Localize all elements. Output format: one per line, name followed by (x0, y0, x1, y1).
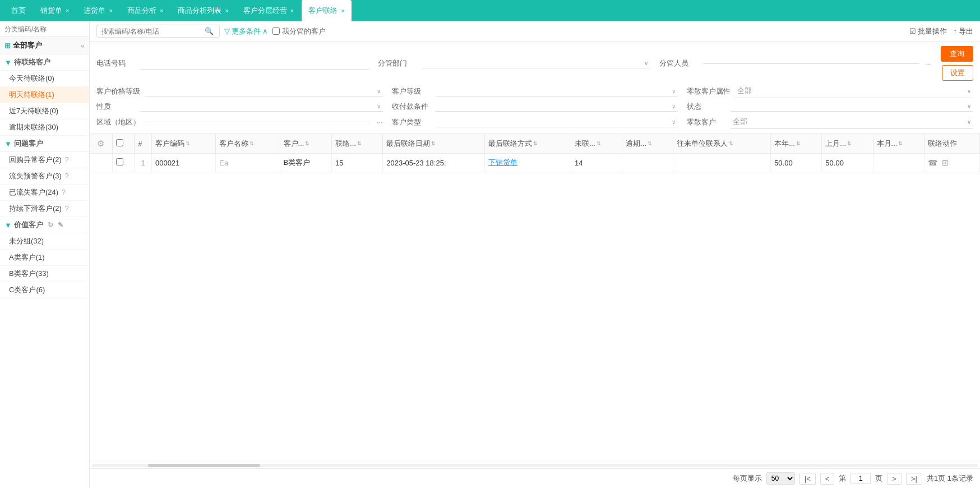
close-purchase-icon[interactable]: × (109, 7, 112, 14)
close-analysis-list-icon[interactable]: × (225, 7, 228, 14)
sidebar-item-churned[interactable]: 已流失客户(24) ? (0, 185, 89, 201)
chevron-down-nature: ∨ (377, 103, 381, 109)
sort-icon-type: ⇅ (305, 141, 309, 146)
scrollbar-thumb[interactable] (148, 464, 260, 467)
select-all-checkbox[interactable] (116, 139, 123, 146)
filter-cell-customer-level: 客户等级 ∨ (392, 86, 678, 96)
col-type[interactable]: 客户...⇅ (280, 134, 331, 154)
page-size-select[interactable]: 50 100 (766, 472, 795, 485)
filter-dots-region[interactable]: ··· (377, 118, 383, 126)
filter-select-customer-level[interactable]: ∨ (436, 86, 678, 96)
close-analysis-icon[interactable]: × (160, 7, 163, 14)
filter-select-nature[interactable]: ∨ (140, 102, 383, 112)
col-contacts[interactable]: 联络...⇅ (332, 134, 383, 154)
last-contact-method-link[interactable]: 下销货单 (488, 158, 517, 167)
horizontal-scrollbar[interactable] (90, 462, 980, 468)
refresh-icon[interactable]: ↻ (48, 221, 53, 229)
nav-home[interactable]: 首页 (4, 0, 33, 21)
table-row: 1 000021 Ea B类客户 15 2023-05-23 18:25: 下销… (90, 154, 980, 172)
filter-select-retail-customer[interactable]: 全部 ∨ (731, 115, 973, 129)
my-customers-checkbox[interactable] (272, 27, 280, 35)
nav-purchase[interactable]: 进货单 × (77, 0, 119, 21)
col-code[interactable]: 客户编码⇅ (151, 134, 215, 154)
pending-group-title[interactable]: ▼ 待联络客户 (0, 54, 89, 71)
sidebar-search-input[interactable] (4, 25, 89, 33)
batch-ops-btn[interactable]: ☑ 批量操作 (909, 26, 947, 36)
sidebar-item-tomorrow-pending[interactable]: 明天待联络(1) (0, 87, 89, 103)
filter-select-dept[interactable]: ∨ (422, 58, 650, 68)
contact-action-icon[interactable]: ☎ (928, 158, 937, 167)
prev-page-btn[interactable]: < (820, 473, 835, 485)
last-page-btn[interactable]: >| (906, 473, 922, 485)
search-icon[interactable]: 🔍 (205, 27, 214, 35)
first-page-btn[interactable]: |< (799, 473, 816, 485)
more-filter-btn[interactable]: ▽ 更多条件 ∧ (224, 26, 268, 36)
sidebar-item-a-class[interactable]: A类客户(1) (0, 250, 89, 266)
filter-select-price-level[interactable]: ∨ (145, 86, 383, 96)
sort-icon-this-year: ⇅ (796, 141, 801, 146)
problem-group-title[interactable]: ▼ 问题客户 (0, 136, 89, 152)
nav-analysis[interactable]: 商品分析 × (121, 0, 170, 21)
sidebar-item-week-pending[interactable]: 近7天待联络(0) (0, 103, 89, 119)
sidebar-item-churn-warning[interactable]: 流失预警客户(3) ? (0, 168, 89, 185)
filter-select-status[interactable]: ∨ (731, 102, 973, 112)
col-gear[interactable]: ⚙ (90, 134, 112, 154)
filter-input-phone[interactable] (140, 58, 369, 70)
page-number-input[interactable] (850, 473, 871, 484)
close-sales-icon[interactable]: × (66, 7, 69, 14)
close-customer-contact-icon[interactable]: × (341, 7, 344, 14)
filter-cell-dept: 分管部门 ∨ (378, 58, 650, 68)
sidebar-item-today-pending[interactable]: 今天待联络(0) (0, 71, 89, 87)
expand-arrow-pending: ▼ (4, 58, 12, 67)
filter-dots-person[interactable]: ··· (926, 59, 932, 68)
col-this-year[interactable]: 本年...⇅ (771, 134, 822, 154)
sidebar: 🔍 ⊞ 全部客户 « ▼ 待联络客户 今天待联络(0) 明天待联络(1) 近7天… (0, 21, 90, 488)
more-action-icon[interactable]: ⊞ (942, 158, 949, 167)
all-customers-header[interactable]: ⊞ 全部客户 « (0, 37, 89, 54)
sidebar-item-ungrouped[interactable]: 未分组(32) (0, 233, 89, 250)
row-checkbox[interactable] (116, 158, 123, 165)
chevron-up-icon: ∧ (262, 27, 268, 35)
edit-icon[interactable]: ✎ (58, 221, 63, 229)
filter-cell-price-level: 客户价格等级 ∨ (96, 86, 383, 96)
sidebar-item-repurchase-abnormal[interactable]: 回购异常客户(2) ? (0, 152, 89, 168)
collapse-icon[interactable]: « (81, 42, 85, 50)
nav-customer-tier[interactable]: 客户分层经营 × (237, 0, 301, 21)
sidebar-item-declining[interactable]: 持续下滑客户(2) ? (0, 201, 89, 217)
btn-group-right: 查询 设置 (941, 46, 973, 81)
value-group-title[interactable]: ▼ 价值客户 ↻ ✎ (0, 217, 89, 233)
col-this-month[interactable]: 本月...⇅ (873, 134, 924, 154)
nav-analysis-list[interactable]: 商品分析列表 × (171, 0, 235, 21)
sort-icon-contacts: ⇅ (357, 141, 362, 146)
filter-select-payment[interactable]: ∨ (436, 102, 678, 112)
query-button[interactable]: 查询 (941, 46, 973, 62)
filter-select-customer-type[interactable]: ∨ (436, 117, 678, 127)
sidebar-item-c-class[interactable]: C类客户(6) (0, 282, 89, 298)
export-btn[interactable]: ↑ 导出 (954, 26, 974, 36)
chevron-down-customer-type: ∨ (672, 119, 676, 125)
col-last-method[interactable]: 最后联络方式⇅ (485, 134, 571, 154)
nav-sales[interactable]: 销货单 × (34, 0, 76, 21)
search-input[interactable] (101, 27, 202, 35)
filter-icon: ▽ (224, 27, 230, 35)
filter-row-2: 客户价格等级 ∨ 客户等级 ∨ 零散客户属性 全部 (96, 84, 973, 98)
col-name[interactable]: 客户名称⇅ (216, 134, 280, 154)
chevron-down-retail-customer: ∨ (967, 119, 971, 125)
col-last-month[interactable]: 上月...⇅ (822, 134, 873, 154)
filter-select-retail-attr[interactable]: 全部 ∨ (735, 84, 973, 98)
next-page-btn[interactable]: > (887, 473, 902, 485)
close-customer-tier-icon[interactable]: × (290, 7, 294, 14)
filter-label-dept: 分管部门 (378, 58, 417, 68)
sidebar-item-b-class[interactable]: B类客户(33) (0, 266, 89, 282)
gear-icon[interactable]: ⚙ (97, 139, 104, 148)
filter-cell-phone: 电话号码 (96, 58, 369, 70)
settings-button[interactable]: 设置 (942, 65, 973, 81)
col-overdue[interactable]: 逾期...⇅ (622, 134, 673, 154)
col-last-date[interactable]: 最后联络日期⇅ (383, 134, 485, 154)
sidebar-item-overdue-pending[interactable]: 逾期未联络(30) (0, 119, 89, 136)
col-uncontacted[interactable]: 未联...⇅ (571, 134, 622, 154)
col-past-contacts[interactable]: 往来单位联系人⇅ (673, 134, 771, 154)
nav-customer-contact[interactable]: 客户联络 × (302, 0, 351, 21)
customer-table: ⚙ # 客户编码⇅ 客户名称⇅ 客户...⇅ 联络...⇅ 最后联络日期⇅ 最后… (90, 134, 980, 172)
filter-panel: 电话号码 分管部门 ∨ 分管人员 ··· 查询 设置 (90, 42, 980, 134)
